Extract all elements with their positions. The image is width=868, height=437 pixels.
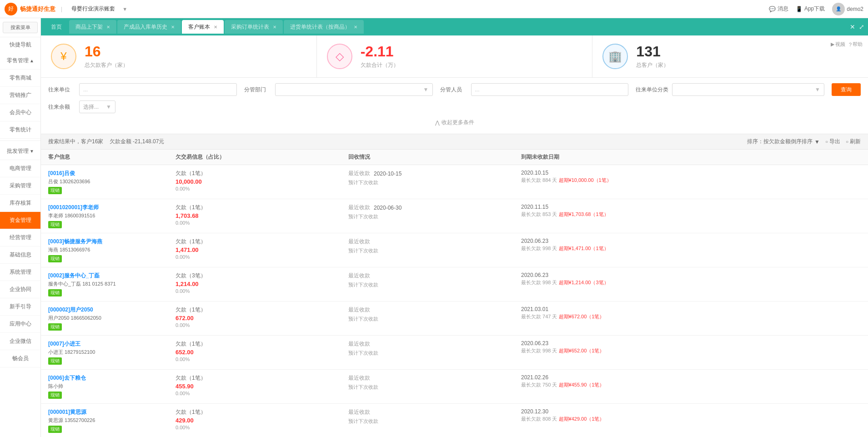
debt-count: 欠款（1笔） (176, 408, 348, 416)
overdue-days: 最长欠款 998 天 (521, 280, 557, 285)
debt-percent: 0.00% (176, 322, 348, 328)
export-btn[interactable]: 导出 (825, 138, 840, 146)
sort-selector[interactable]: 排序：按欠款金额倒序排序 ▼ (747, 138, 820, 146)
collapse-btn[interactable]: ⋀ 收起更多条件 (48, 117, 861, 128)
table-row: [0016]吕俊 吕俊 13026203696 现销 欠款（1笔） 10,000… (41, 165, 868, 199)
chevron-down-dept-icon: ▼ (423, 86, 429, 93)
help-btn[interactable]: ? 帮助 (849, 41, 863, 48)
customer-name-link[interactable]: [0003]畅捷服务尹海燕 (48, 238, 176, 246)
due-date: 2020.12.30 (521, 408, 861, 415)
debt-amount[interactable]: 1,471.00 (176, 246, 348, 253)
tab-home[interactable]: 首页 (45, 20, 68, 34)
app-logo-icon: 好 (5, 3, 17, 15)
tab-close-all-btn[interactable]: ✕ (850, 23, 855, 30)
customer-name-link[interactable]: [0007]小进王 (48, 340, 176, 348)
tab-close-product-history[interactable]: ✕ (171, 25, 175, 30)
tab-product-shelf[interactable]: 商品上下架 ✕ (69, 20, 116, 34)
stat-number-total-customers: 131 (636, 44, 669, 60)
customer-name-link[interactable]: [000001]黄思源 (48, 408, 176, 416)
refresh-btn[interactable]: 刷新 (846, 138, 861, 146)
filter-input-unit[interactable]: ... (79, 83, 237, 96)
overdue-link[interactable]: 超期¥1,703.68（1笔） (559, 211, 609, 217)
table-row: [0003]畅捷服务尹海燕 海燕 18513066976 现销 欠款（1笔） 1… (41, 233, 868, 267)
tab-close-product-shelf[interactable]: ✕ (106, 25, 110, 30)
sidebar-item-vip[interactable]: 畅会员 (0, 350, 41, 367)
customer-name-link[interactable]: [0002]服务中心_丁磊 (48, 272, 176, 280)
debt-count: 欠款（1笔） (176, 340, 348, 348)
message-btn[interactable]: 💬 消息 (769, 5, 788, 13)
tab-close-customer-account[interactable]: ✕ (214, 25, 217, 30)
due-date: 2020.06.23 (521, 272, 861, 278)
debt-amount[interactable]: 1,214.00 (176, 281, 348, 287)
debt-amount[interactable]: 429.00 (176, 417, 348, 424)
tab-close-stock-stats[interactable]: ✕ (354, 25, 357, 30)
customer-name-link[interactable]: [000002]用户2050 (48, 306, 176, 314)
sidebar-item-wecom[interactable]: 企业微信 (0, 333, 41, 350)
col-header-due: 到期未收款日期 (521, 153, 861, 161)
video-btn[interactable]: ▶ 视频 (831, 41, 845, 48)
tab-expand-btn[interactable]: ⤢ (859, 23, 864, 30)
overdue-link[interactable]: 超期¥1,214.00（3笔） (559, 280, 609, 285)
overdue-link[interactable]: 超期¥1,471.00（1笔） (559, 246, 609, 251)
sidebar-item-enterprise[interactable]: 企业协同 (0, 281, 41, 298)
sidebar-item-batch-mgmt[interactable]: 批发管理 ▼ (0, 143, 41, 160)
sidebar-item-guide[interactable]: 新手引导 (0, 298, 41, 316)
recovery-label: 最近收款 (348, 272, 370, 280)
filter-input-person[interactable]: ... (471, 83, 629, 96)
tab-close-purchase-order[interactable]: ✕ (273, 25, 276, 30)
recovery-date: 2020-06-30 (374, 205, 401, 211)
sidebar-item-basic-info[interactable]: 基础信息 (0, 246, 41, 264)
filter-select-balance[interactable]: 选择... ▼ (79, 100, 115, 113)
debt-amount[interactable]: 652.00 (176, 349, 348, 356)
user-avatar-area[interactable]: 👤 demo2 (832, 3, 863, 15)
sidebar-item-marketing[interactable]: 营销推广 (0, 87, 41, 104)
sidebar-item-ecommerce[interactable]: 电商管理 (0, 160, 41, 177)
sidebar-item-ops-mgmt[interactable]: 经营管理 (0, 229, 41, 246)
customer-badge: 现销 (48, 221, 62, 228)
recovery-label: 最近收款 (348, 204, 370, 211)
customer-name-link[interactable]: [0016]吕俊 (48, 170, 176, 177)
sidebar-item-member-center[interactable]: 会员中心 (0, 104, 41, 121)
debt-amount[interactable]: 10,000.00 (176, 178, 348, 185)
sidebar-item-app-center[interactable]: 应用中心 (0, 316, 41, 333)
overdue-days: 最长欠款 750 天 (521, 382, 557, 387)
avatar: 👤 (832, 3, 845, 15)
overdue-link[interactable]: 超期¥429.00（1笔） (559, 416, 605, 422)
debt-amount[interactable]: 455.90 (176, 383, 348, 390)
filter-select-category[interactable]: ▼ (672, 83, 824, 96)
tab-purchase-order[interactable]: 采购订单统计表 ✕ (225, 20, 283, 34)
customer-name-link[interactable]: [0006]去下粮仓 (48, 374, 176, 382)
app-download-btn[interactable]: 📱 App下载 (796, 5, 825, 13)
sidebar-item-retail-stats[interactable]: 零售统计 (0, 121, 41, 139)
debt-amount[interactable]: 672.00 (176, 315, 348, 321)
tab-customer-account[interactable]: 客户账本 ✕ (182, 20, 224, 34)
overdue-link[interactable]: 超期¥455.90（1笔） (559, 382, 605, 387)
stat-icon-money: ¥ (51, 44, 76, 69)
tab-product-history[interactable]: 产成品入库单历史 ✕ (117, 20, 181, 34)
sidebar-item-system[interactable]: 系统管理 (0, 264, 41, 281)
sidebar-nav: 零售管理 ▲ 零售商城 营销推广 会员中心 零售统计 批发管理 ▼ 电商管理 采… (0, 52, 41, 367)
sidebar-item-retail-mall[interactable]: 零售商城 (0, 70, 41, 87)
debt-count: 欠款（1笔） (176, 170, 348, 177)
customer-contact: 服务中心_丁磊 181 0125 8371 (48, 281, 176, 287)
overdue-link[interactable]: 超期¥10,000.00（1笔） (559, 177, 612, 183)
filter-select-dept[interactable]: ▼ (275, 83, 433, 96)
overdue-link[interactable]: 超期¥672.00（1笔） (559, 314, 605, 319)
search-btn[interactable]: 查询 (832, 83, 861, 96)
overdue-link[interactable]: 超期¥652.00（1笔） (559, 348, 605, 353)
store-selector[interactable]: 母婴行业演示账套 (68, 5, 119, 13)
sidebar-item-purchase-mgmt[interactable]: 采购管理 (0, 177, 41, 195)
video-icon: ▶ (831, 41, 834, 47)
sidebar-item-inventory[interactable]: 库存核算 (0, 195, 41, 212)
customer-name-link[interactable]: [0001020001]李老师 (48, 204, 176, 211)
sidebar-item-finance[interactable]: 资金管理 (0, 212, 41, 229)
search-menu-btn[interactable]: 搜索菜单 (3, 22, 38, 33)
sidebar-item-retail-mgmt[interactable]: 零售管理 ▲ (0, 52, 41, 70)
customer-contact: 黄思源 13552700226 (48, 417, 176, 424)
recovery-next: 预计下次收款 (348, 213, 521, 220)
debt-amount[interactable]: 1,703.68 (176, 212, 348, 219)
debt-percent: 0.00% (176, 357, 348, 362)
sidebar-quick-nav: 快捷导航 (0, 37, 40, 52)
tab-stock-stats[interactable]: 进货单统计表（按商品） ✕ (284, 20, 364, 34)
stat-icon-customers: 🏢 (602, 44, 628, 69)
